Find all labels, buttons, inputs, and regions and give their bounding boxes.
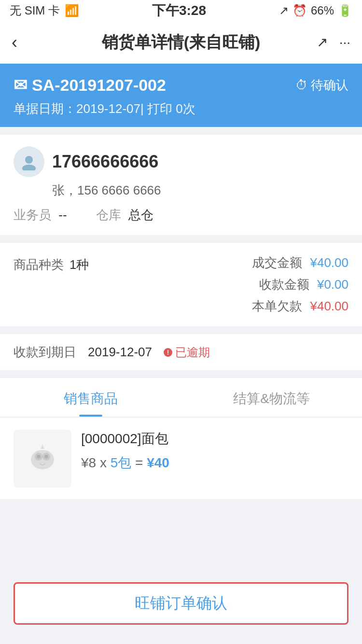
summary-card: 商品种类 1种 成交金额 ¥40.00 收款金额 ¥0.00 本单欠款 ¥40.… bbox=[0, 243, 362, 326]
product-name: [0000002]面包 bbox=[81, 430, 348, 448]
user-avatar-icon bbox=[20, 153, 38, 170]
status-text: 待确认 bbox=[311, 77, 348, 94]
deal-amount-label: 成交金额 bbox=[252, 254, 302, 271]
avatar bbox=[14, 146, 44, 177]
due-date-card: 收款到期日 2019-12-07 ! 已逾期 bbox=[0, 334, 362, 370]
svg-point-0 bbox=[25, 156, 33, 164]
due-date-value: 2019-12-07 bbox=[88, 345, 152, 360]
svg-point-1 bbox=[22, 165, 36, 170]
sales-value: -- bbox=[58, 208, 67, 222]
tabs-bar: 销售商品 结算&物流等 bbox=[0, 378, 362, 417]
summary-right: 成交金额 ¥40.00 收款金额 ¥0.00 本单欠款 ¥40.00 bbox=[252, 254, 348, 315]
battery-icon: 🔋 bbox=[338, 4, 352, 17]
page-title: 销货单详情(来自旺铺) bbox=[102, 31, 261, 54]
bottom-area: 旺铺订单确认 bbox=[0, 573, 362, 644]
product-thumbnail bbox=[14, 430, 71, 488]
product-price-row: ¥8 x 5包 = ¥40 bbox=[81, 454, 348, 472]
product-card: [0000002]面包 ¥8 x 5包 = ¥40 bbox=[0, 418, 362, 499]
more-button[interactable]: ··· bbox=[339, 35, 350, 50]
status-clock-icon: ⏱ bbox=[295, 78, 308, 93]
product-image-icon bbox=[23, 439, 62, 478]
overdue-badge: ! 已逾期 bbox=[164, 345, 210, 360]
owed-amount-row: 本单欠款 ¥40.00 bbox=[252, 298, 348, 315]
product-info: [0000002]面包 ¥8 x 5包 = ¥40 bbox=[81, 430, 348, 472]
status-right: ↗ ⏰ 66% 🔋 bbox=[279, 4, 352, 17]
print-label: | 打印 bbox=[140, 101, 172, 116]
overdue-dot-icon: ! bbox=[164, 348, 172, 357]
status-bar: 无 SIM 卡 📶 下午3:28 ↗ ⏰ 66% 🔋 bbox=[0, 0, 362, 21]
unit-price: ¥8 bbox=[81, 455, 96, 470]
multiply-sign: x bbox=[100, 455, 111, 470]
back-button[interactable]: ‹ bbox=[7, 28, 22, 57]
sales-meta: 业务员 -- bbox=[14, 207, 67, 224]
received-amount-value: ¥0.00 bbox=[317, 277, 348, 292]
print-count: 0 bbox=[176, 101, 182, 116]
warehouse-meta: 仓库 总仓 bbox=[96, 207, 153, 224]
status-left: 无 SIM 卡 📶 bbox=[10, 3, 79, 18]
received-amount-row: 收款金额 ¥0.00 bbox=[259, 276, 348, 293]
equals-sign: = bbox=[135, 455, 147, 470]
battery-text: 66% bbox=[311, 4, 334, 17]
wifi-icon: 📶 bbox=[65, 4, 79, 17]
customer-phone: 17666666666 bbox=[52, 152, 158, 172]
customer-name: 张，156 6666 6666 bbox=[14, 182, 348, 199]
status-time: 下午3:28 bbox=[152, 1, 206, 20]
order-id-text: SA-20191207-002 bbox=[32, 76, 166, 95]
order-header: ✉ SA-20191207-002 ⏱ 待确认 单据日期：2019-12-07|… bbox=[0, 64, 362, 127]
confirm-order-label: 旺铺订单确认 bbox=[135, 593, 227, 614]
order-id-row: ✉ SA-20191207-002 ⏱ 待确认 bbox=[14, 75, 348, 95]
order-date-row: 单据日期：2019-12-07| 打印 0次 bbox=[14, 100, 348, 117]
svg-marker-7 bbox=[41, 444, 44, 449]
due-date-label: 收款到期日 bbox=[14, 344, 76, 361]
print-suffix: 次 bbox=[183, 101, 195, 116]
date-label: 单据日期： bbox=[14, 101, 76, 116]
type-label: 商品种类 bbox=[14, 256, 64, 273]
nav-bar: ‹ 销货单详情(来自旺铺) ↗ ··· bbox=[0, 21, 362, 64]
warehouse-value: 总仓 bbox=[128, 208, 153, 222]
customer-meta: 业务员 -- 仓库 总仓 bbox=[14, 207, 348, 224]
confirm-order-button[interactable]: 旺铺订单确认 bbox=[14, 582, 348, 625]
overdue-text: 已逾期 bbox=[175, 345, 210, 360]
deal-amount-row: 成交金额 ¥40.00 bbox=[252, 254, 348, 271]
nav-actions: ↗ ··· bbox=[317, 34, 350, 50]
customer-card: 17666666666 张，156 6666 6666 业务员 -- 仓库 总仓 bbox=[0, 135, 362, 235]
share-button[interactable]: ↗ bbox=[317, 34, 328, 50]
summary-left: 商品种类 1种 bbox=[14, 254, 252, 273]
order-envelope-icon: ✉ bbox=[14, 75, 27, 95]
alarm-icon: ⏰ bbox=[292, 4, 307, 17]
tab-products[interactable]: 销售商品 bbox=[0, 378, 181, 417]
location-icon: ↗ bbox=[279, 4, 289, 17]
type-value: 1种 bbox=[70, 256, 89, 273]
quantity: 5包 bbox=[111, 455, 132, 470]
product-total: ¥40 bbox=[147, 455, 169, 470]
tab-settlement[interactable]: 结算&物流等 bbox=[181, 378, 362, 417]
owed-amount-label: 本单欠款 bbox=[252, 298, 302, 315]
carrier-text: 无 SIM 卡 bbox=[10, 3, 60, 18]
order-id: ✉ SA-20191207-002 bbox=[14, 75, 166, 95]
sales-label: 业务员 bbox=[14, 208, 51, 222]
owed-amount-value: ¥40.00 bbox=[310, 299, 348, 314]
svg-point-6 bbox=[44, 455, 48, 459]
warehouse-label: 仓库 bbox=[96, 208, 121, 222]
svg-point-2 bbox=[31, 450, 54, 469]
received-amount-label: 收款金额 bbox=[259, 276, 309, 293]
order-status: ⏱ 待确认 bbox=[295, 77, 348, 94]
svg-point-5 bbox=[37, 455, 41, 459]
deal-amount-value: ¥40.00 bbox=[310, 255, 348, 270]
order-date-value: 2019-12-07 bbox=[76, 101, 140, 116]
customer-main-row: 17666666666 bbox=[14, 146, 348, 177]
